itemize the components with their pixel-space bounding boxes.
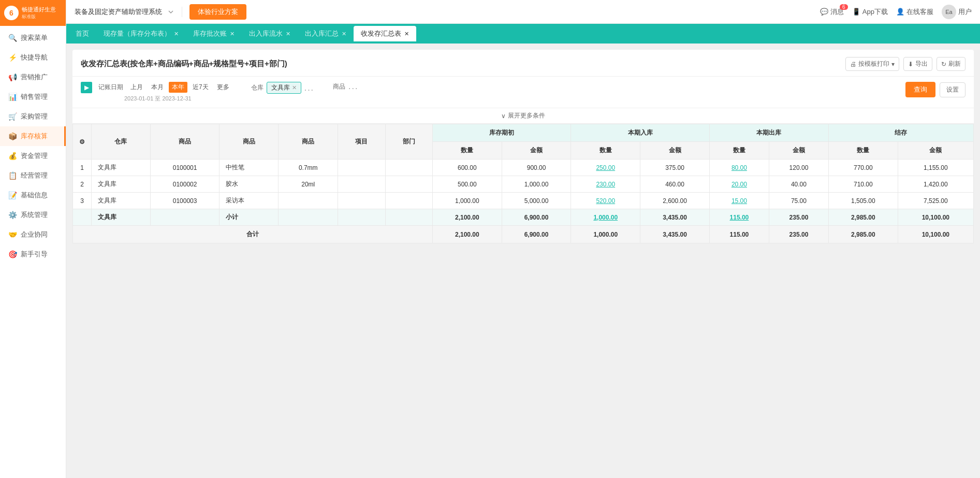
sidebar-item-quick-label: 快捷导航 bbox=[21, 53, 48, 62]
sidebar-item-sales[interactable]: 📊 销售管理 bbox=[0, 87, 66, 107]
col-close-qty-header: 数量 bbox=[828, 142, 898, 160]
sidebar-item-search[interactable]: 🔍 搜索菜单 bbox=[0, 28, 66, 48]
row-in-amt: 3,435.00 bbox=[640, 209, 710, 226]
row-in-qty[interactable]: 250.00 bbox=[571, 160, 640, 176]
sidebar-item-search-label: 搜索菜单 bbox=[21, 33, 48, 42]
col-warehouse-header: 仓库 bbox=[92, 124, 151, 160]
row-close-qty: 2,985.00 bbox=[828, 209, 898, 226]
sidebar-item-operation[interactable]: 📋 经营管理 bbox=[0, 166, 66, 185]
col-out-amt-header: 金额 bbox=[769, 142, 828, 160]
sidebar-item-enterprise[interactable]: 🤝 企业协同 bbox=[0, 225, 66, 244]
sidebar-item-system[interactable]: ⚙️ 系统管理 bbox=[0, 205, 66, 225]
sidebar-item-finance[interactable]: 💰 资金管理 bbox=[0, 146, 66, 166]
row-goods-name: 胶水 bbox=[220, 176, 279, 193]
row-no: 3 bbox=[73, 193, 92, 209]
date-btn-this-year[interactable]: 本年 bbox=[169, 82, 187, 93]
total-in-amt: 3,435.00 bbox=[640, 226, 710, 243]
filter-collapse-arrow[interactable]: ▶ bbox=[81, 82, 92, 93]
sidebar-item-inventory[interactable]: 📦 库存核算 bbox=[0, 126, 66, 146]
goods-more[interactable]: ... bbox=[348, 82, 358, 91]
header-dropdown[interactable] bbox=[167, 8, 174, 16]
warehouse-tag-close[interactable]: ✕ bbox=[292, 84, 297, 91]
row-in-qty[interactable]: 520.00 bbox=[571, 193, 640, 209]
table-row: 1 文具库 0100001 中性笔 0.7mm 600.00 900.00 25… bbox=[73, 160, 974, 176]
row-open-amt: 900.00 bbox=[502, 160, 571, 176]
setting-button[interactable]: 设置 bbox=[940, 82, 966, 97]
app-label: App下载 bbox=[862, 7, 888, 17]
date-btn-this-month[interactable]: 本月 bbox=[148, 82, 167, 93]
print-button[interactable]: 🖨 按模板打印 ▾ bbox=[845, 57, 899, 71]
tab-stock-dist-close[interactable]: ✕ bbox=[174, 31, 179, 37]
row-warehouse: 文具库 bbox=[92, 176, 151, 193]
row-open-amt: 5,000.00 bbox=[502, 193, 571, 209]
expand-conditions-button[interactable]: ∨ 展开更多条件 bbox=[501, 111, 545, 120]
tab-stock-dist[interactable]: 现存量（库存分布表） ✕ bbox=[96, 26, 186, 41]
tab-recv-send[interactable]: 收发存汇总表 ✕ bbox=[354, 26, 416, 41]
row-close-qty: 710.00 bbox=[828, 176, 898, 193]
row-in-qty[interactable]: 230.00 bbox=[571, 176, 640, 193]
tab-inout-flow[interactable]: 出入库流水 ✕ bbox=[242, 26, 298, 41]
row-out-qty[interactable]: 80.00 bbox=[709, 160, 769, 176]
goods-filter-label: 商品 bbox=[333, 82, 345, 91]
online-service-button[interactable]: 👤 在线客服 bbox=[896, 7, 933, 17]
table-settings-header[interactable]: ⚙ bbox=[73, 124, 92, 160]
sidebar-item-purchase-label: 采购管理 bbox=[21, 112, 48, 121]
service-icon: 👤 bbox=[896, 8, 904, 16]
guide-icon: 🎯 bbox=[8, 250, 17, 258]
user-menu[interactable]: Ea 用户 bbox=[942, 5, 972, 19]
total-open-qty: 2,100.00 bbox=[432, 226, 502, 243]
sidebar-item-basic[interactable]: 📝 基础信息 bbox=[0, 185, 66, 205]
tab-inout-flow-close[interactable]: ✕ bbox=[286, 31, 290, 37]
page-title: 收发存汇总表(按仓库+商品编码+商品+规格型号+项目+部门) bbox=[81, 59, 287, 69]
tab-batch-close[interactable]: ✕ bbox=[230, 31, 235, 37]
message-button[interactable]: 💬 消息 6 bbox=[820, 7, 844, 17]
row-goods-code: 0100001 bbox=[150, 160, 220, 176]
row-open-amt: 6,900.00 bbox=[502, 209, 571, 226]
title-actions: 🖨 按模板打印 ▾ ⬇ 导出 ↻ 刷新 bbox=[845, 57, 966, 71]
row-in-qty[interactable]: 1,000.00 bbox=[571, 209, 640, 226]
row-warehouse: 文具库 bbox=[92, 193, 151, 209]
try-button[interactable]: 体验行业方案 bbox=[189, 4, 246, 20]
table-row: 文具库 小计 2,100.00 6,900.00 1,000.00 3,435.… bbox=[73, 209, 974, 226]
tab-home[interactable]: 首页 bbox=[68, 26, 96, 41]
tab-inout-summary[interactable]: 出入库汇总 ✕ bbox=[298, 26, 354, 41]
tab-inout-summary-close[interactable]: ✕ bbox=[342, 31, 346, 37]
col-open-amt-header: 金额 bbox=[502, 142, 571, 160]
sidebar-item-inventory-label: 库存核算 bbox=[21, 132, 48, 141]
app-icon: 📱 bbox=[852, 8, 860, 16]
date-btn-more[interactable]: 更多 bbox=[214, 82, 232, 93]
search-icon: 🔍 bbox=[8, 34, 17, 42]
warehouse-more[interactable]: ... bbox=[304, 83, 314, 93]
sidebar-item-marketing[interactable]: 📢 营销推广 bbox=[0, 67, 66, 87]
date-btn-last-month[interactable]: 上月 bbox=[127, 82, 146, 93]
sidebar-item-guide[interactable]: 🎯 新手引导 bbox=[0, 244, 66, 264]
main-table: ⚙ 仓库 商品 商品 商品 项目 部门 库存期初 本期入库 本期出库 结存 bbox=[72, 124, 974, 243]
row-out-qty[interactable]: 20.00 bbox=[709, 176, 769, 193]
export-button[interactable]: ⬇ 导出 bbox=[903, 57, 932, 71]
sidebar-item-purchase[interactable]: 🛒 采购管理 bbox=[0, 107, 66, 126]
query-button[interactable]: 查询 bbox=[905, 82, 935, 97]
export-label: 导出 bbox=[915, 60, 928, 68]
tab-recv-send-close[interactable]: ✕ bbox=[404, 31, 409, 37]
row-dept bbox=[385, 209, 432, 226]
tab-batch-label: 库存批次账 bbox=[193, 29, 227, 38]
expand-row: ∨ 展开更多条件 bbox=[72, 108, 974, 124]
row-open-qty: 500.00 bbox=[432, 176, 502, 193]
warehouse-filter-label: 仓库 bbox=[251, 83, 264, 92]
app-download-button[interactable]: 📱 App下载 bbox=[852, 7, 888, 17]
row-out-qty[interactable]: 115.00 bbox=[709, 209, 769, 226]
row-warehouse: 文具库 bbox=[92, 160, 151, 176]
date-btn-7days[interactable]: 近7天 bbox=[189, 82, 212, 93]
enterprise-icon: 🤝 bbox=[8, 230, 17, 239]
tab-batch[interactable]: 库存批次账 ✕ bbox=[186, 26, 242, 41]
row-in-amt: 2,600.00 bbox=[640, 193, 710, 209]
total-label-cell: 合计 bbox=[73, 226, 433, 243]
logo-icon: 6 bbox=[4, 6, 19, 20]
refresh-button[interactable]: ↻ 刷新 bbox=[937, 57, 966, 71]
row-open-amt: 1,000.00 bbox=[502, 176, 571, 193]
sidebar-item-finance-label: 资金管理 bbox=[21, 151, 48, 161]
row-out-qty[interactable]: 15.00 bbox=[709, 193, 769, 209]
tab-bar: 首页 现存量（库存分布表） ✕ 库存批次账 ✕ 出入库流水 ✕ 出入库汇总 ✕ … bbox=[66, 24, 980, 44]
content-area: 收发存汇总表(按仓库+商品编码+商品+规格型号+项目+部门) 🖨 按模板打印 ▾… bbox=[66, 44, 980, 478]
sidebar-item-quick[interactable]: ⚡ 快捷导航 bbox=[0, 48, 66, 67]
